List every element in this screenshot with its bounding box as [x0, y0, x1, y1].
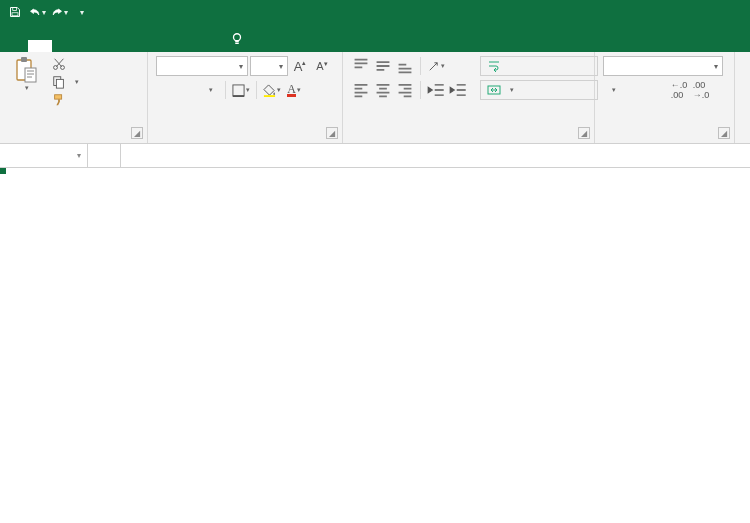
tab-help[interactable] [196, 40, 220, 52]
tab-page-layout[interactable] [76, 40, 100, 52]
align-bottom-icon[interactable] [395, 56, 415, 76]
merge-center-button[interactable]: ▾ [480, 80, 598, 100]
quick-access-toolbar: ▾ ▾ ▾ [0, 0, 750, 24]
cut-button[interactable] [50, 56, 81, 72]
number-format-combo[interactable]: ▾ [603, 56, 723, 76]
selection-rectangle [0, 168, 4, 172]
tab-review[interactable] [148, 40, 172, 52]
svg-point-2 [234, 34, 241, 41]
wrap-text-button[interactable] [480, 56, 598, 76]
bold-button[interactable] [156, 80, 176, 100]
paste-button[interactable]: ▾ [8, 56, 44, 141]
svg-rect-4 [21, 57, 27, 62]
orientation-icon[interactable]: ▾ [426, 56, 446, 76]
tab-insert[interactable] [52, 40, 76, 52]
font-launcher-icon[interactable]: ◢ [326, 127, 338, 139]
group-font: ▾ ▾ A▴ A▾ ▾ ▾ ▾ A▾ ◢ [148, 52, 343, 143]
font-color-button[interactable]: A▾ [284, 80, 304, 100]
redo-icon[interactable]: ▾ [48, 1, 70, 23]
italic-button[interactable] [178, 80, 198, 100]
svg-rect-1 [12, 13, 18, 16]
clipboard-launcher-icon[interactable]: ◢ [131, 127, 143, 139]
tab-home[interactable] [28, 40, 52, 52]
ribbon-tabs [0, 24, 750, 52]
name-box[interactable]: ▾ [0, 144, 88, 167]
lightbulb-icon [230, 32, 244, 46]
svg-rect-10 [55, 95, 62, 99]
font-name-combo[interactable]: ▾ [156, 56, 248, 76]
alignment-launcher-icon[interactable]: ◢ [578, 127, 590, 139]
increase-font-icon[interactable]: A▴ [290, 56, 310, 76]
align-middle-icon[interactable] [373, 56, 393, 76]
increase-decimal-icon[interactable]: ←.0.00 [669, 80, 689, 100]
accounting-format-icon[interactable]: ▾ [603, 80, 623, 100]
copy-button[interactable]: ▾ [50, 74, 81, 90]
formula-input[interactable] [121, 144, 750, 167]
align-right-icon[interactable] [395, 80, 415, 100]
font-size-combo[interactable]: ▾ [250, 56, 288, 76]
align-top-icon[interactable] [351, 56, 371, 76]
svg-rect-9 [56, 79, 63, 88]
fill-color-button[interactable]: ▾ [262, 80, 282, 100]
percent-format-icon[interactable] [625, 80, 645, 100]
tab-view[interactable] [172, 40, 196, 52]
align-center-icon[interactable] [373, 80, 393, 100]
tab-file[interactable] [4, 40, 28, 52]
underline-button[interactable]: ▾ [200, 80, 220, 100]
decrease-indent-icon[interactable] [426, 80, 446, 100]
group-clipboard: ▾ ▾ ◢ [0, 52, 148, 143]
align-left-icon[interactable] [351, 80, 371, 100]
save-icon[interactable] [4, 1, 26, 23]
svg-rect-12 [264, 95, 275, 97]
tab-formulas[interactable] [100, 40, 124, 52]
fill-handle[interactable] [0, 168, 6, 174]
decrease-font-icon[interactable]: A▾ [312, 56, 332, 76]
comma-format-icon[interactable] [647, 80, 667, 100]
format-painter-button[interactable] [50, 92, 81, 108]
number-launcher-icon[interactable]: ◢ [718, 127, 730, 139]
customize-qat-icon[interactable]: ▾ [70, 1, 92, 23]
tell-me-search[interactable] [220, 26, 260, 52]
group-alignment: ▾ ▾ ◢ [343, 52, 595, 143]
formula-bar: ▾ [0, 144, 750, 168]
increase-indent-icon[interactable] [448, 80, 468, 100]
ribbon: ▾ ▾ ◢ ▾ ▾ A▴ A▾ ▾ ▾ [0, 52, 750, 144]
svg-rect-5 [25, 68, 36, 82]
svg-rect-11 [233, 84, 244, 95]
tab-data[interactable] [124, 40, 148, 52]
group-number: ▾ ▾ ←.0.00 .00→.0 ◢ [595, 52, 735, 143]
border-button[interactable]: ▾ [231, 80, 251, 100]
decrease-decimal-icon[interactable]: .00→.0 [691, 80, 711, 100]
undo-icon[interactable]: ▾ [26, 1, 48, 23]
